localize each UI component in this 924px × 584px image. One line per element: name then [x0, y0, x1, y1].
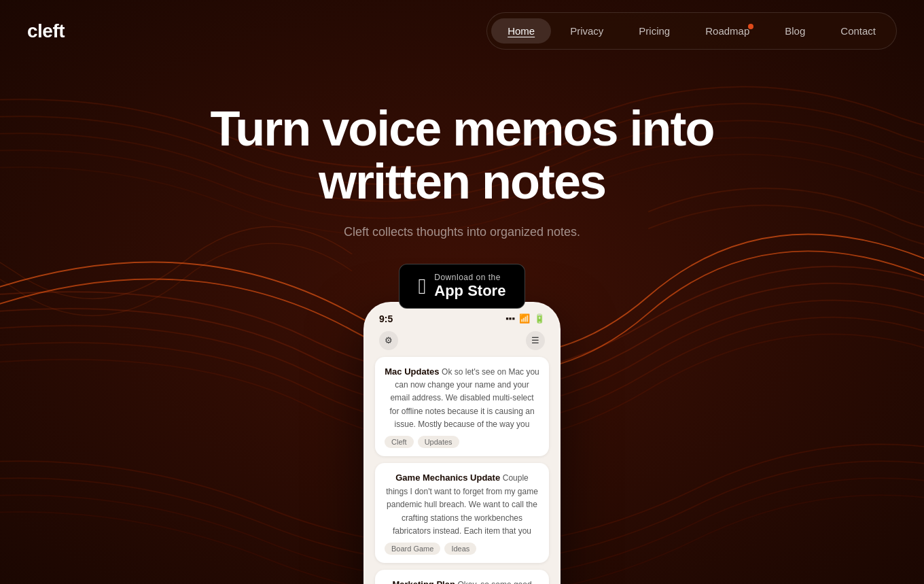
nav-link-contact[interactable]: Contact	[824, 18, 892, 44]
hero-subtitle: Cleft collects thoughts into organized n…	[0, 225, 924, 239]
note-card-0[interactable]: Mac Updates Ok so let's see on Mac you c…	[375, 357, 549, 457]
nav-link-roadmap[interactable]: Roadmap	[689, 18, 766, 44]
note-card-2[interactable]: Marketing Plan Okay, so some good news h…	[375, 570, 549, 584]
app-store-text: Download on the App Store	[434, 273, 505, 300]
app-store-line2: App Store	[434, 282, 505, 300]
phone-mockup-section: 9:5 ▪▪▪ 📶 🔋 ⚙ ☰ Mac Updates Ok so let's …	[0, 302, 924, 585]
phone-menu-icon[interactable]: ☰	[526, 331, 545, 350]
nav-link-pricing[interactable]: Pricing	[622, 18, 686, 44]
nav-link-blog[interactable]: Blog	[768, 18, 821, 44]
tag-cleft: Cleft	[385, 436, 414, 448]
app-store-button[interactable]:  Download on the App Store	[399, 264, 526, 309]
note-tags-0: CleftUpdates	[385, 436, 539, 448]
phone-status-icons: ▪▪▪ 📶 🔋	[505, 313, 545, 324]
phone-time: 9:5	[379, 313, 393, 324]
note-title-1: Game Mechanics Update	[395, 473, 503, 483]
note-title-0: Mac Updates	[385, 366, 442, 377]
nav-menu: HomePrivacyPricingRoadmapBlogContact	[486, 12, 897, 50]
nav-link-privacy[interactable]: Privacy	[554, 18, 620, 44]
tag-board-game: Board Game	[385, 543, 440, 555]
note-tags-1: Board GameIdeas	[385, 543, 539, 555]
apple-icon: 	[419, 275, 427, 297]
phone-toolbar: ⚙ ☰	[366, 328, 558, 357]
note-card-1[interactable]: Game Mechanics Update Couple things I do…	[375, 463, 549, 563]
signal-icon: ▪▪▪	[505, 313, 515, 324]
navigation: cleft HomePrivacyPricingRoadmapBlogConta…	[0, 0, 924, 62]
wifi-icon: 📶	[519, 313, 530, 324]
tag-updates: Updates	[418, 436, 459, 448]
phone-mockup: 9:5 ▪▪▪ 📶 🔋 ⚙ ☰ Mac Updates Ok so let's …	[363, 302, 561, 585]
nav-link-home[interactable]: Home	[491, 18, 551, 44]
logo: cleft	[27, 20, 65, 42]
note-title-2: Marketing Plan	[392, 579, 457, 584]
app-store-line1: Download on the	[434, 273, 505, 282]
phone-settings-icon[interactable]: ⚙	[379, 331, 398, 350]
hero-section: Turn voice memos into written notes Clef…	[0, 62, 924, 584]
phone-notes-list: Mac Updates Ok so let's see on Mac you c…	[366, 357, 558, 585]
battery-icon: 🔋	[534, 313, 545, 324]
tag-ideas: Ideas	[444, 543, 476, 555]
hero-title: Turn voice memos into written notes	[156, 103, 768, 209]
nav-dot-indicator	[748, 24, 753, 29]
